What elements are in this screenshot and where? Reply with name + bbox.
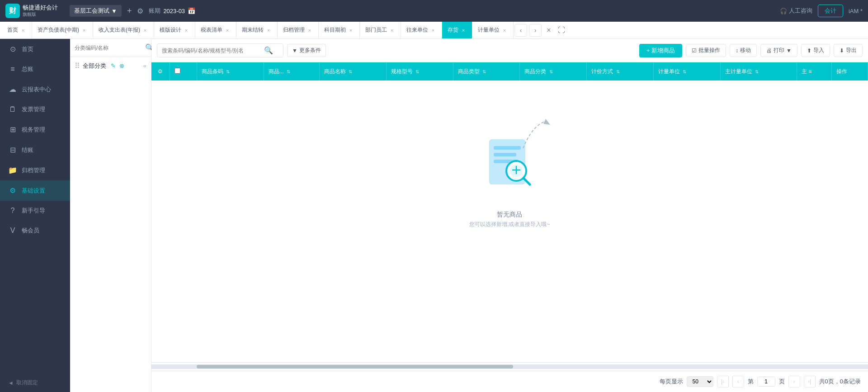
product-search-input[interactable] <box>162 47 261 54</box>
import-btn[interactable]: ⬆ 导入 <box>801 44 830 57</box>
search-icon[interactable]: 🔍 <box>264 46 273 55</box>
sidebar-item-invoice[interactable]: 🗒 发票管理 <box>0 99 70 119</box>
tab-department[interactable]: 部门员工 × <box>360 22 401 39</box>
all-category-item[interactable]: ⠿ 全部分类 ✎ ⊕ « <box>70 57 151 75</box>
tab-taxlist[interactable]: 税表清单 × <box>195 22 236 39</box>
tab-close-taxlist[interactable]: × <box>224 27 231 33</box>
col-settings[interactable]: ⚙ <box>151 62 170 80</box>
first-page-btn[interactable]: |‹ <box>717 376 729 387</box>
sidebar-label-home: 首页 <box>22 45 33 53</box>
period-value[interactable]: 2023-03 <box>163 8 185 14</box>
col-category[interactable]: 商品分类 ⇅ <box>520 62 587 80</box>
print-btn[interactable]: 🖨 打印 ▼ <box>760 44 797 57</box>
tab-close-archive[interactable]: × <box>307 27 313 33</box>
tab-inventory[interactable]: 存货 × <box>442 22 472 39</box>
col-type[interactable]: 商品类型 ⇅ <box>453 62 520 80</box>
col-unit[interactable]: 计量单位 ⇅ <box>654 62 721 80</box>
add-tab-btn[interactable]: + <box>127 6 132 16</box>
category-edit-icon[interactable]: ⊕ <box>119 62 124 69</box>
scroll-thumb[interactable] <box>197 365 513 368</box>
batch-btn[interactable]: ☑ 批量操作 <box>686 44 726 57</box>
account-btn[interactable]: 会计 <box>818 5 843 17</box>
tab-close-period-end[interactable]: × <box>265 27 272 33</box>
tab-close-inventory[interactable]: × <box>460 27 467 33</box>
category-search-input[interactable] <box>75 45 142 51</box>
tab-income[interactable]: 收入支出表(年报) × <box>93 22 154 39</box>
category-settings-icon[interactable]: ✎ <box>111 62 116 69</box>
tab-balance[interactable]: 资产负债表(中期) × <box>32 22 93 39</box>
period-label: 账期 <box>149 7 160 15</box>
tab-close-template[interactable]: × <box>183 27 189 33</box>
sidebar-item-member[interactable]: V 畅会员 <box>0 221 70 241</box>
tab-subject-init[interactable]: 科目期初 × <box>319 22 360 39</box>
sidebar-item-settings[interactable]: ⚙ 基础设置 <box>0 180 70 201</box>
tab-home[interactable]: 首页 × <box>2 22 32 39</box>
col-spec[interactable]: 规格型号 ⇅ <box>386 62 453 80</box>
sidebar-item-tax[interactable]: ⊞ 税务管理 <box>0 119 70 140</box>
org-selector[interactable]: 基层工会测试 ▼ <box>70 5 122 17</box>
sidebar-item-archive[interactable]: 📁 归档管理 <box>0 160 70 180</box>
consult-btn[interactable]: 🎧 人工咨询 <box>780 7 812 15</box>
content-area: 🔍 ⠿ 全部分类 ✎ ⊕ « 🔍 <box>70 39 868 392</box>
tab-close-dept[interactable]: × <box>389 27 395 33</box>
move-icon: ↕ <box>736 47 738 54</box>
settings-sidebar-icon: ⚙ <box>8 186 17 195</box>
tab-close-income[interactable]: × <box>142 27 148 33</box>
last-page-btn[interactable]: ›| <box>804 376 816 387</box>
tab-label: 往来单位 <box>406 26 428 34</box>
export-btn[interactable]: ⬇ 导出 <box>834 44 863 57</box>
more-filter-label: 更多条件 <box>299 47 321 54</box>
more-filter-btn[interactable]: ▼ 更多条件 <box>287 44 326 57</box>
horizontal-scrollbar[interactable] <box>151 364 868 369</box>
sidebar-label-close: 结账 <box>22 146 33 154</box>
col-code[interactable]: 商品... ⇅ <box>264 62 319 80</box>
tab-close-balance[interactable]: × <box>81 27 87 33</box>
tab-contact[interactable]: 往来单位 × <box>401 22 442 39</box>
next-page-btn[interactable]: › <box>788 376 800 387</box>
col-main-unit[interactable]: 主计量单位 ⇅ <box>721 62 797 80</box>
per-page-select[interactable]: 50 100 200 <box>687 376 713 387</box>
tab-close-subject[interactable]: × <box>348 27 354 33</box>
tab-template[interactable]: 模版设计 × <box>154 22 195 39</box>
prev-page-btn[interactable]: ‹ <box>732 376 744 387</box>
cancel-pin-btn[interactable]: ◄ 取消固定 <box>0 373 70 392</box>
col-barcode[interactable]: 商品条码 ⇅ <box>197 62 264 80</box>
tab-period-end[interactable]: 期末结转 × <box>236 22 278 39</box>
tab-expand-btn[interactable]: ⛶ <box>555 24 568 37</box>
sidebar-label-member: 畅会员 <box>22 227 39 235</box>
header-right: 🎧 人工咨询 会计 iAM * <box>780 5 863 17</box>
col-name[interactable]: 商品名称 ⇅ <box>319 62 386 80</box>
col-action: 操作 <box>832 62 868 80</box>
col-checkbox[interactable] <box>170 62 197 80</box>
sidebar-label-report: 云报表中心 <box>22 85 51 94</box>
tab-archive[interactable]: 归档管理 × <box>278 22 319 39</box>
calendar-icon[interactable]: 📅 <box>188 7 195 14</box>
sidebar-item-general[interactable]: ≡ 总账 <box>0 59 70 79</box>
col-price-method[interactable]: 计价方式 ⇅ <box>587 62 654 80</box>
sidebar-item-guide[interactable]: ? 新手引导 <box>0 201 70 221</box>
sidebar-label-settings: 基础设置 <box>22 187 45 195</box>
tab-label: 部门员工 <box>365 26 387 34</box>
col-action-label: 操作 <box>836 68 847 75</box>
tab-prev-btn[interactable]: ‹ <box>514 24 527 37</box>
sidebar-item-home[interactable]: ⊙ 首页 <box>0 39 70 59</box>
add-product-btn[interactable]: + 新增商品 <box>639 44 682 57</box>
sidebar-item-report[interactable]: ☁ 云报表中心 <box>0 79 70 99</box>
sidebar-item-close[interactable]: ⊟ 结账 <box>0 140 70 160</box>
category-collapse-icon[interactable]: « <box>143 62 146 69</box>
tab-close-contact[interactable]: × <box>430 27 436 33</box>
content-inner: 🔍 ⠿ 全部分类 ✎ ⊕ « 🔍 <box>70 39 868 392</box>
settings-icon[interactable]: ⚙ <box>137 7 143 15</box>
tab-close-unit[interactable]: × <box>501 27 508 33</box>
col-extra[interactable]: 主 ≡ <box>797 62 832 80</box>
tab-next-btn[interactable]: › <box>529 24 542 37</box>
tab-unit[interactable]: 计量单位 × <box>472 22 514 39</box>
tab-close-home[interactable]: × <box>20 27 26 33</box>
tab-label: 存货 <box>448 26 458 34</box>
move-btn[interactable]: ↕ 移动 <box>730 44 757 57</box>
select-all-checkbox[interactable] <box>175 68 180 74</box>
headset-icon: 🎧 <box>780 8 787 14</box>
sort-spec-icon: ⇅ <box>415 69 419 74</box>
tab-close-all-btn[interactable]: × <box>542 24 555 37</box>
page-number-input[interactable] <box>757 377 775 387</box>
